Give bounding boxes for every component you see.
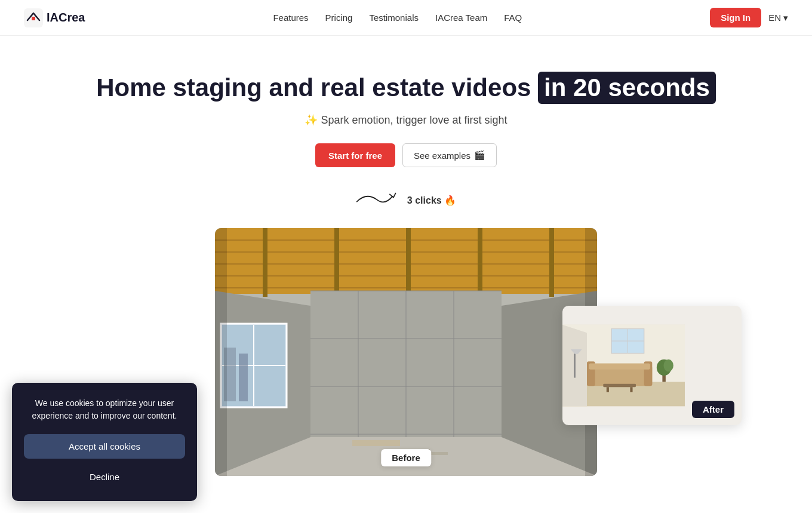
hero-buttons: Start for free See examples 🎬 bbox=[12, 143, 800, 167]
nav-testimonials[interactable]: Testimonials bbox=[369, 13, 419, 23]
svg-rect-47 bbox=[607, 388, 609, 392]
play-icon: 🎬 bbox=[474, 150, 485, 161]
hero-subtitle: ✨ Spark emotion, trigger love at first s… bbox=[12, 113, 800, 127]
room-svg bbox=[215, 228, 597, 476]
arrow-icon bbox=[356, 191, 398, 209]
language-selector[interactable]: EN ▾ bbox=[768, 13, 788, 23]
hero-title-part1: Home staging and real estate videos bbox=[96, 73, 531, 102]
signin-button[interactable]: Sign In bbox=[710, 8, 761, 27]
svg-rect-12 bbox=[478, 228, 482, 297]
svg-rect-11 bbox=[406, 228, 411, 297]
see-examples-button[interactable]: See examples 🎬 bbox=[402, 143, 497, 167]
cookie-banner: We use cookies to optimize your user exp… bbox=[12, 383, 197, 501]
svg-rect-45 bbox=[589, 364, 650, 370]
svg-marker-36 bbox=[215, 228, 227, 476]
hero-section: Home staging and real estate videos in 2… bbox=[0, 36, 812, 228]
cookie-message: We use cookies to optimize your user exp… bbox=[24, 397, 185, 422]
hero-title: Home staging and real estate videos in 2… bbox=[12, 72, 800, 104]
before-image bbox=[215, 228, 597, 476]
decline-cookies-button[interactable]: Decline bbox=[24, 465, 185, 489]
nav-links: Features Pricing Testimonials IACrea Tea… bbox=[273, 13, 522, 23]
after-label: After bbox=[692, 401, 734, 418]
start-free-button[interactable]: Start for free bbox=[315, 143, 395, 167]
nav-features[interactable]: Features bbox=[273, 13, 308, 23]
svg-rect-9 bbox=[263, 228, 267, 297]
logo-text: IACrea bbox=[47, 11, 85, 24]
hero-title-highlight: in 20 seconds bbox=[538, 72, 716, 104]
svg-rect-31 bbox=[239, 354, 248, 401]
svg-rect-52 bbox=[574, 354, 576, 378]
after-room-svg bbox=[562, 306, 685, 425]
svg-rect-10 bbox=[334, 228, 339, 297]
clicks-label: 3 clicks 🔥 bbox=[407, 195, 456, 206]
svg-point-51 bbox=[663, 360, 673, 371]
svg-rect-48 bbox=[630, 388, 632, 392]
before-label: Before bbox=[381, 449, 431, 466]
svg-rect-46 bbox=[603, 384, 636, 387]
examples-label: See examples bbox=[414, 150, 470, 161]
arrow-section: 3 clicks 🔥 bbox=[12, 191, 800, 209]
logo[interactable]: IACrea bbox=[24, 8, 85, 27]
nav-pricing[interactable]: Pricing bbox=[325, 13, 353, 23]
svg-rect-1 bbox=[32, 17, 35, 20]
lang-label: EN bbox=[768, 13, 781, 23]
navbar: IACrea Features Pricing Testimonials IAC… bbox=[0, 0, 812, 36]
nav-team[interactable]: IACrea Team bbox=[435, 13, 487, 23]
svg-rect-35 bbox=[352, 440, 400, 446]
nav-right: Sign In EN ▾ bbox=[710, 8, 788, 27]
after-box: After bbox=[562, 306, 742, 425]
svg-rect-13 bbox=[549, 228, 554, 297]
chevron-down-icon: ▾ bbox=[783, 13, 788, 23]
nav-faq[interactable]: FAQ bbox=[504, 13, 522, 23]
accept-cookies-button[interactable]: Accept all cookies bbox=[24, 434, 185, 459]
before-box: Before bbox=[215, 228, 597, 476]
